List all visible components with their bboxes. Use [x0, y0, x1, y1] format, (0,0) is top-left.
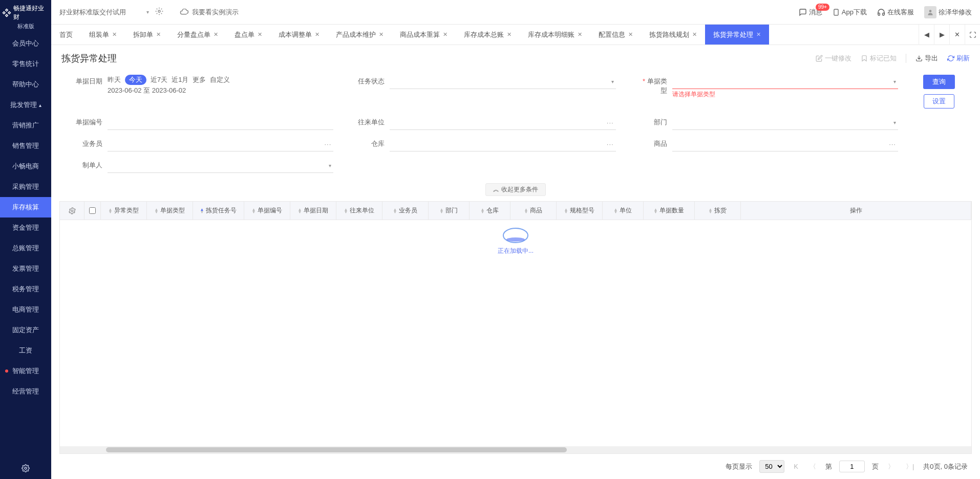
date-opt-4[interactable]: 更多: [193, 75, 206, 84]
setting-button[interactable]: 设置: [924, 94, 954, 108]
task-status-select[interactable]: ▾: [390, 75, 615, 89]
date-opt-2[interactable]: 近7天: [151, 75, 167, 84]
select-all[interactable]: [84, 202, 101, 220]
refresh-button[interactable]: 刷新: [947, 54, 970, 63]
col-0[interactable]: ▲▼异常类型: [101, 202, 147, 220]
tabs-close-all[interactable]: ✕: [949, 25, 965, 45]
tab-2[interactable]: 拆卸单✕: [125, 25, 169, 45]
col-6[interactable]: ▲▼业务员: [382, 202, 429, 220]
col-10[interactable]: ▲▼规格型号: [557, 202, 603, 220]
sidebar-item-10[interactable]: 总账管理: [0, 238, 51, 258]
sidebar-item-7[interactable]: 采购管理: [0, 177, 51, 197]
date-opt-1[interactable]: 今天: [125, 75, 146, 85]
tab-0[interactable]: 首页: [51, 25, 81, 45]
page-first[interactable]: K: [792, 463, 800, 470]
close-icon[interactable]: ✕: [692, 31, 697, 38]
col-8[interactable]: ▲▼仓库: [470, 202, 510, 220]
close-icon[interactable]: ✕: [315, 31, 319, 38]
page-next[interactable]: 〉: [886, 462, 897, 471]
sidebar-item-13[interactable]: 电商管理: [0, 299, 51, 320]
close-icon[interactable]: ✕: [214, 31, 218, 38]
sidebar-item-4[interactable]: 营销推广: [0, 115, 51, 136]
select-all-checkbox[interactable]: [89, 207, 96, 214]
tab-8[interactable]: 库存成本总账✕: [456, 25, 520, 45]
col-7[interactable]: ▲▼部门: [429, 202, 470, 220]
sidebar-item-15[interactable]: 工资: [0, 340, 51, 361]
doc-no-input[interactable]: [108, 116, 333, 130]
col-11[interactable]: ▲▼单位: [603, 202, 644, 220]
sidebar-item-9[interactable]: 资金管理: [0, 217, 51, 238]
sidebar-settings[interactable]: [0, 459, 51, 479]
date-opt-3[interactable]: 近1月: [172, 75, 188, 84]
sidebar-item-2[interactable]: 帮助中心: [0, 74, 51, 95]
dept-select[interactable]: ▾: [672, 116, 898, 130]
tab-6[interactable]: 产品成本维护✕: [328, 25, 392, 45]
close-icon[interactable]: ✕: [507, 31, 512, 38]
query-button[interactable]: 查询: [923, 75, 955, 89]
close-icon[interactable]: ✕: [112, 31, 117, 38]
close-icon[interactable]: ✕: [756, 31, 761, 38]
close-icon[interactable]: ✕: [628, 31, 633, 38]
col-4[interactable]: ▲▼单据日期: [290, 202, 336, 220]
page-prev[interactable]: 〈: [807, 462, 818, 471]
salesman-select[interactable]: ···: [108, 137, 333, 151]
tabs-fullscreen[interactable]: [965, 25, 980, 45]
app-download[interactable]: App下载: [833, 8, 867, 17]
sidebar-item-6[interactable]: 小畅电商: [0, 156, 51, 177]
product-select[interactable]: ···: [672, 137, 898, 151]
sidebar-item-1[interactable]: 零售统计: [0, 54, 51, 74]
close-icon[interactable]: ✕: [379, 31, 384, 38]
col-9[interactable]: ▲▼商品: [510, 202, 557, 220]
col-3[interactable]: ▲▼单据编号: [244, 202, 290, 220]
mark-known-button[interactable]: 标记已知: [861, 54, 897, 63]
close-icon[interactable]: ✕: [156, 31, 161, 38]
table-settings[interactable]: [60, 202, 84, 220]
close-icon[interactable]: ✕: [578, 31, 582, 38]
col-2[interactable]: ▲▼拣货任务号: [193, 202, 244, 220]
sidebar-item-12[interactable]: 税务管理: [0, 279, 51, 299]
tab-4[interactable]: 盘点单✕: [226, 25, 270, 45]
partner-select[interactable]: ···: [390, 116, 615, 130]
sidebar-item-17[interactable]: 经营管理: [0, 381, 51, 402]
sidebar-item-5[interactable]: 销售管理: [0, 136, 51, 156]
tab-12[interactable]: 拣货异常处理✕: [705, 25, 769, 45]
date-opt-0[interactable]: 昨天: [108, 75, 121, 84]
col-13[interactable]: ▲▼拣货: [695, 202, 741, 220]
batch-edit-button[interactable]: 一键修改: [816, 54, 851, 63]
collapse-filters[interactable]: ︽ 收起更多条件: [485, 183, 546, 196]
close-icon[interactable]: ✕: [258, 31, 262, 38]
tab-9[interactable]: 库存成本明细账✕: [520, 25, 590, 45]
product-selector[interactable]: 好业财标准版交付试用 ▾: [59, 8, 149, 17]
sidebar-item-8[interactable]: 库存核算: [0, 197, 51, 217]
tab-1[interactable]: 组装单✕: [81, 25, 125, 45]
sidebar-item-0[interactable]: 会员中心: [0, 33, 51, 54]
sidebar-item-3[interactable]: 批发管理▴: [0, 95, 51, 115]
page-last[interactable]: 〉|: [904, 462, 916, 471]
tab-5[interactable]: 成本调整单✕: [270, 25, 328, 45]
per-page-select[interactable]: 50: [759, 460, 784, 473]
col-12[interactable]: ▲▼单据数量: [644, 202, 695, 220]
demo-link[interactable]: 我要看实例演示: [180, 8, 239, 17]
messages[interactable]: 消息 99+: [799, 8, 822, 17]
settings-icon[interactable]: [155, 7, 163, 17]
creator-select[interactable]: ▾: [108, 159, 333, 173]
support[interactable]: 在线客服: [877, 8, 914, 17]
sidebar-item-14[interactable]: 固定资产: [0, 320, 51, 340]
tab-11[interactable]: 拣货路线规划✕: [641, 25, 705, 45]
tabs-prev[interactable]: ◀: [919, 25, 934, 45]
col-5[interactable]: ▲▼往来单位: [336, 202, 382, 220]
sidebar-item-16[interactable]: 智能管理: [0, 361, 51, 381]
col-1[interactable]: ▲▼单据类型: [147, 202, 193, 220]
horizontal-scrollbar[interactable]: [60, 446, 971, 453]
close-icon[interactable]: ✕: [443, 31, 448, 38]
export-button[interactable]: 导出: [915, 54, 938, 63]
warehouse-select[interactable]: ···: [390, 137, 615, 151]
tabs-next[interactable]: ▶: [934, 25, 949, 45]
sidebar-item-11[interactable]: 发票管理: [0, 258, 51, 279]
tab-3[interactable]: 分量盘点单✕: [169, 25, 226, 45]
date-opt-5[interactable]: 自定义: [210, 75, 230, 84]
tab-7[interactable]: 商品成本重算✕: [392, 25, 456, 45]
tab-10[interactable]: 配置信息✕: [590, 25, 641, 45]
user-menu[interactable]: 徐泽华修改: [924, 6, 972, 18]
page-input[interactable]: [839, 461, 865, 472]
